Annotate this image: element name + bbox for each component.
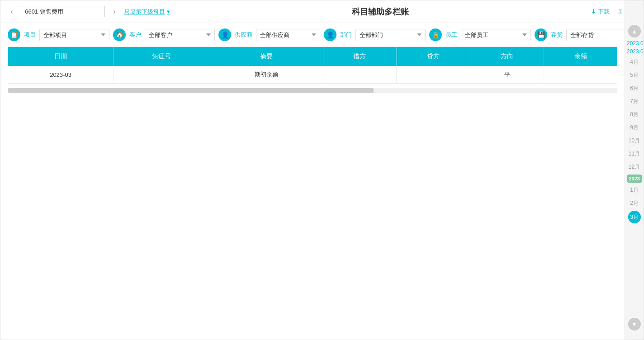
print-icon: 🖨	[617, 8, 623, 15]
sidebar-month-item[interactable]: 3月	[628, 211, 641, 223]
department-label: 部门	[340, 31, 352, 39]
sidebar-period-top[interactable]: 2023.03	[625, 39, 644, 47]
inventory-label: 存货	[551, 31, 563, 39]
customer-select[interactable]: 全部客户	[145, 29, 215, 41]
header: ‹ › 只显示下级科目 ▾ 科目辅助多栏账 ⬇ 下载 🖨 打印	[0, 0, 644, 23]
department-icon: 👤	[324, 28, 336, 41]
horizontal-scrollbar[interactable]	[8, 88, 617, 93]
supplier-label: 供应商	[235, 31, 252, 39]
page-title: 科目辅助多栏账	[175, 6, 586, 17]
cell-date: 2023-03	[8, 66, 114, 84]
right-sidebar: ▲ 2023.03 2023.03 4月5月6月7月8月9月10月11月12月2…	[625, 0, 644, 340]
main-window: × ‹ › 只显示下级科目 ▾ 科目辅助多栏账 ⬇ 下载 🖨 打印 📋 项目	[0, 0, 644, 340]
download-button[interactable]: ⬇ 下载	[591, 8, 610, 16]
sidebar-month-item[interactable]: 10月	[627, 134, 642, 147]
sidebar-up-button[interactable]: ▲	[628, 25, 641, 38]
col-voucher: 凭证号	[114, 47, 210, 66]
cell-debit	[323, 66, 397, 84]
sidebar-month-item[interactable]: 9月	[627, 121, 642, 134]
filter-inventory: 💾 存货 全部存货	[535, 28, 636, 41]
customer-icon: 🏠	[113, 28, 126, 41]
sidebar-down-button[interactable]: ▼	[628, 318, 641, 331]
cell-credit	[397, 66, 470, 84]
cell-voucher	[114, 66, 210, 84]
sidebar-month-item[interactable]: 6月	[627, 82, 642, 95]
sidebar-month-item[interactable]: 12月	[627, 161, 642, 174]
download-icon: ⬇	[591, 8, 596, 15]
cell-summary: 期初余额	[210, 66, 323, 84]
nav-next-button[interactable]: ›	[110, 7, 118, 17]
employee-label: 员工	[445, 31, 457, 39]
filter-supplier: 👤 供应商 全部供应商	[218, 28, 320, 41]
filter-department: 👤 部门 全部部门	[324, 28, 426, 41]
project-label: 项目	[24, 31, 36, 39]
ledger-table: 日期 凭证号 摘要 借方 贷方 方向 余额 2023-03 期初余额	[8, 47, 617, 84]
filter-project: 📋 项目 全部项目	[8, 28, 109, 41]
sidebar-month-item[interactable]: 11月	[627, 147, 642, 161]
sidebar-period-second[interactable]: 2023.03	[625, 47, 644, 56]
account-code-input[interactable]	[21, 6, 105, 17]
col-debit: 借方	[323, 47, 397, 66]
nav-prev-button[interactable]: ‹	[8, 7, 15, 17]
sidebar-months: 4月5月6月7月8月9月10月11月12月20231月2月3月	[627, 56, 642, 224]
filter-customer: 🏠 客户 全部客户	[113, 28, 215, 41]
supplier-select[interactable]: 全部供应商	[256, 29, 320, 41]
filter-employee: 🔒 员工 全部员工	[429, 28, 531, 41]
cell-direction: 平	[470, 66, 544, 84]
department-select[interactable]: 全部部门	[355, 29, 426, 41]
col-direction: 方向	[470, 47, 544, 66]
dropdown-icon: ▾	[167, 8, 170, 15]
show-sub-label: 只显示下级科目	[124, 8, 165, 16]
col-balance: 余额	[544, 47, 617, 66]
table-row: 2023-03 期初余额 平	[8, 66, 617, 84]
sidebar-month-item[interactable]: 5月	[627, 69, 642, 82]
sidebar-month-item[interactable]: 1月	[627, 184, 642, 197]
inventory-icon: 💾	[535, 28, 547, 41]
col-date: 日期	[8, 47, 114, 66]
employee-icon: 🔒	[429, 28, 442, 41]
project-icon: 📋	[8, 28, 20, 41]
sidebar-month-item[interactable]: 7月	[627, 95, 642, 108]
sidebar-month-item[interactable]: 4月	[627, 56, 642, 69]
table-container: 日期 凭证号 摘要 借方 贷方 方向 余额 2023-03 期初余额	[8, 47, 617, 84]
show-sub-button[interactable]: 只显示下级科目 ▾	[124, 8, 170, 16]
customer-label: 客户	[129, 31, 141, 39]
col-credit: 贷方	[397, 47, 470, 66]
supplier-icon: 👤	[218, 28, 231, 41]
up-arrow-icon: ▲	[631, 28, 637, 35]
project-select[interactable]: 全部项目	[39, 29, 109, 41]
scrollbar-thumb[interactable]	[8, 88, 374, 93]
sidebar-month-item[interactable]: 2月	[627, 197, 642, 210]
down-arrow-icon: ▼	[631, 321, 637, 328]
employee-select[interactable]: 全部员工	[461, 29, 531, 41]
sidebar-month-item[interactable]: 8月	[627, 108, 642, 121]
cell-balance	[544, 66, 617, 84]
filter-bar: 📋 项目 全部项目 🏠 客户 全部客户 👤 供应商 全部供应商 👤 部门 全	[0, 23, 644, 47]
col-summary: 摘要	[210, 47, 323, 66]
sidebar-month-item[interactable]: 2023	[627, 175, 642, 183]
